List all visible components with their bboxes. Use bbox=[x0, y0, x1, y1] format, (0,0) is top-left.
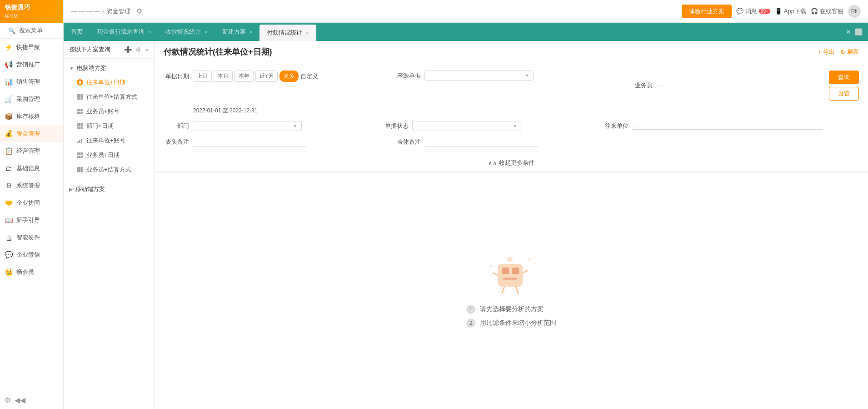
settings-footer-btn[interactable]: ⚙ bbox=[5, 396, 11, 404]
scheme-group-desktop-header[interactable]: ▼ 电脑端方案 bbox=[64, 61, 154, 75]
online-service-label: 在线客服 bbox=[820, 7, 843, 15]
scheme-item-partner-account[interactable]: 往来单位+账号 bbox=[64, 133, 154, 148]
date-btn-custom[interactable]: 自定义 bbox=[300, 72, 318, 81]
sidebar-item-capital[interactable]: 💰 资金管理 bbox=[0, 125, 63, 142]
tab-new-plan-close[interactable]: × bbox=[249, 29, 252, 35]
topbar-settings-icon[interactable]: ⚙ bbox=[136, 7, 142, 15]
sidebar: 畅捷通巧 标准版 🔍 搜索菜单 ⚡ 快捷导航 📢 营销推广 📊 销售管理 🛒 采… bbox=[0, 0, 64, 409]
tab-bank-flow[interactable]: 现金银行流水查询 × bbox=[90, 23, 158, 41]
tab-collection-stats[interactable]: 收款情况统计 × bbox=[158, 23, 215, 41]
date-btn-last-month[interactable]: 上月 bbox=[193, 71, 212, 82]
sidebar-item-guide[interactable]: 📖 新手引导 bbox=[0, 212, 63, 229]
tab-maximize-btn[interactable]: ⬜ bbox=[855, 28, 863, 35]
tab-close-all-btn[interactable]: ✕ bbox=[846, 28, 851, 35]
voucher-status-select[interactable]: ▼ bbox=[412, 121, 521, 131]
wechat-icon: 💬 bbox=[5, 251, 13, 259]
app-download-btn[interactable]: 📱 App下载 bbox=[775, 7, 806, 15]
voucher-status-arrow-icon: ▼ bbox=[512, 123, 517, 129]
scheme-group-desktop: ▼ 电脑端方案 往来单位+日期 往来单位+结算方式 bbox=[64, 59, 154, 180]
sidebar-item-quick-nav[interactable]: ⚡ 快捷导航 bbox=[0, 39, 63, 56]
inventory-icon: 📦 bbox=[5, 112, 13, 121]
department-select[interactable]: ▼ bbox=[193, 121, 302, 131]
body-note-input[interactable] bbox=[424, 137, 538, 146]
sidebar-item-vip[interactable]: 👑 畅会员 bbox=[0, 263, 63, 281]
chevron-down-icon: ▼ bbox=[69, 66, 74, 71]
sidebar-item-inventory[interactable]: 📦 库存核算 bbox=[0, 108, 63, 125]
sidebar-item-purchase[interactable]: 🛒 采购管理 bbox=[0, 91, 63, 108]
tab-bank-flow-close[interactable]: × bbox=[148, 29, 151, 35]
message-badge: 99+ bbox=[759, 9, 770, 14]
online-service-btn[interactable]: 🎧 在线客服 bbox=[811, 7, 843, 15]
tab-new-plan[interactable]: 新建方案 × bbox=[215, 23, 259, 41]
export-btn[interactable]: ↑ 导出 bbox=[818, 48, 835, 56]
tab-home[interactable]: 首页 bbox=[64, 23, 90, 41]
scheme-panel-header: 按以下方案查询 ➕ ⚙ « bbox=[64, 41, 154, 59]
refresh-label: 刷新 bbox=[847, 48, 859, 56]
sidebar-item-label: 系统管理 bbox=[16, 182, 40, 190]
source-select[interactable]: ▼ bbox=[424, 71, 534, 81]
svg-point-8 bbox=[507, 257, 513, 262]
source-arrow-icon: ▼ bbox=[524, 73, 529, 78]
date-btn-this-year[interactable]: 本年 bbox=[234, 71, 254, 82]
scheme-item-label: 往来单位+日期 bbox=[86, 78, 125, 86]
scheme-item-salesperson-account[interactable]: 业务员+账号 bbox=[64, 104, 154, 119]
scheme-item-partner-date[interactable]: 往来单位+日期 bbox=[64, 75, 154, 90]
sidebar-item-label: 企业协同 bbox=[16, 199, 40, 207]
settings-scheme-btn[interactable]: ⚙ bbox=[135, 46, 141, 53]
date-btn-this-month[interactable]: 本月 bbox=[214, 71, 233, 82]
salesperson-label: 业务员 bbox=[627, 81, 653, 90]
breadcrumb-company: — — — — bbox=[71, 8, 100, 15]
trial-btn[interactable]: 体验行业方案 bbox=[682, 5, 732, 18]
user-name: Rit bbox=[851, 8, 858, 15]
svg-rect-0 bbox=[498, 264, 523, 287]
header-note-input[interactable] bbox=[193, 137, 306, 146]
scheme-item-label: 往来单位+账号 bbox=[86, 136, 125, 145]
tab-payment-stats[interactable]: 付款情况统计 × bbox=[259, 25, 316, 41]
sidebar-item-basic-info[interactable]: 🗂 基础信息 bbox=[0, 160, 63, 177]
scheme-grid-icon bbox=[76, 166, 84, 173]
export-icon: ↑ bbox=[818, 49, 822, 56]
operations-icon: 📋 bbox=[5, 147, 13, 155]
scheme-item-salesperson-date[interactable]: 业务员+日期 bbox=[64, 148, 154, 162]
sidebar-version: 标准版 bbox=[5, 13, 30, 19]
sidebar-search[interactable]: 🔍 搜索菜单 bbox=[0, 23, 63, 39]
scheme-item-salesperson-settlement[interactable]: 业务员+结算方式 bbox=[64, 162, 154, 177]
scheme-item-label: 业务员+账号 bbox=[86, 107, 120, 116]
salesperson-dots: · · · bbox=[656, 82, 664, 89]
date-btn-more[interactable]: 更多 bbox=[279, 71, 299, 82]
sidebar-item-sales[interactable]: 📊 销售管理 bbox=[0, 73, 63, 91]
sidebar-item-label: 库存核算 bbox=[16, 112, 40, 121]
sidebar-item-label: 采购管理 bbox=[16, 95, 40, 103]
sidebar-item-enterprise[interactable]: 🤝 企业协同 bbox=[0, 194, 63, 212]
sidebar-item-operations[interactable]: 📋 经营管理 bbox=[0, 142, 63, 160]
scheme-item-partner-settlement[interactable]: 往来单位+结算方式 bbox=[64, 90, 154, 104]
query-btn[interactable]: 查询 bbox=[829, 71, 859, 84]
sidebar-item-label: 企业微信 bbox=[16, 251, 40, 259]
tab-payment-stats-close[interactable]: × bbox=[306, 30, 309, 35]
topbar-actions: 体验行业方案 💬 消息 99+ 📱 App下载 🎧 在线客服 Rit bbox=[682, 5, 861, 18]
empty-step-2: 2 用过滤条件来缩小分析范围 bbox=[466, 318, 556, 328]
sidebar-item-system[interactable]: ⚙ 系统管理 bbox=[0, 177, 63, 194]
scheme-group-mobile-header[interactable]: ▶ 移动端方案 bbox=[64, 182, 154, 196]
message-btn[interactable]: 💬 消息 99+ bbox=[736, 7, 770, 15]
chevron-up-icon: ∧∧ bbox=[488, 160, 497, 167]
setting-btn[interactable]: 设置 bbox=[829, 87, 859, 101]
sidebar-item-wechat[interactable]: 💬 企业微信 bbox=[0, 246, 63, 263]
date-btn-7days[interactable]: 近7天 bbox=[255, 71, 278, 82]
collapse-more-btn[interactable]: ∧∧ 收起更多条件 bbox=[488, 159, 534, 167]
search-icon: 🔍 bbox=[8, 27, 15, 34]
refresh-btn[interactable]: ↻ 刷新 bbox=[840, 48, 859, 56]
app-download-label: App下载 bbox=[784, 7, 806, 15]
user-avatar[interactable]: Rit bbox=[848, 5, 861, 18]
svg-line-5 bbox=[523, 271, 527, 273]
tab-collection-close[interactable]: × bbox=[205, 29, 207, 35]
scheme-item-department-date[interactable]: 部门+日期 bbox=[64, 119, 154, 133]
add-scheme-btn[interactable]: ➕ bbox=[124, 46, 132, 53]
scheme-panel: 按以下方案查询 ➕ ⚙ « ▼ 电脑端方案 往来单位+日期 bbox=[64, 41, 155, 409]
step-2-label: 用过滤条件来缩小分析范围 bbox=[480, 319, 556, 327]
hardware-icon: 🖨 bbox=[5, 233, 13, 242]
sidebar-item-marketing[interactable]: 📢 营销推广 bbox=[0, 56, 63, 73]
sidebar-item-hardware[interactable]: 🖨 智能硬件 bbox=[0, 229, 63, 246]
collapse-scheme-btn[interactable]: « bbox=[145, 46, 149, 53]
collapse-sidebar-btn[interactable]: ◀◀ bbox=[15, 396, 25, 404]
